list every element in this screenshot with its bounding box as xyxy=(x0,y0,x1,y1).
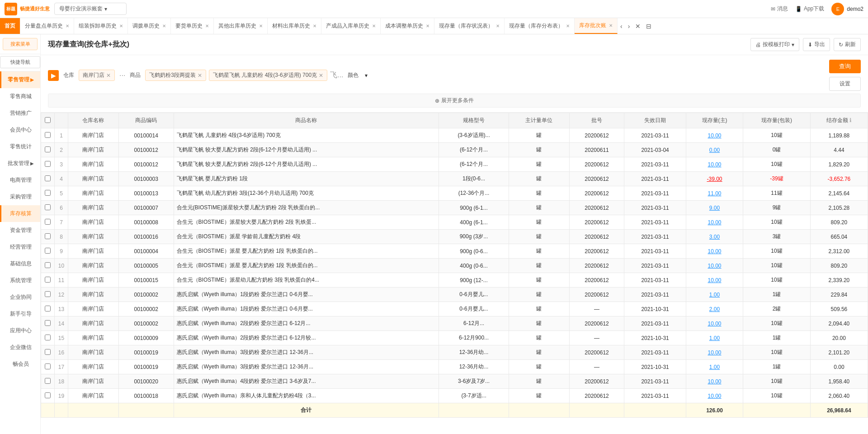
tab-tiao-bo[interactable]: 调拨单历史 ✕ xyxy=(128,18,171,34)
row-checkbox[interactable] xyxy=(45,233,51,239)
user-area[interactable]: E demo2 xyxy=(831,3,863,15)
row-stock-main[interactable]: 10.00 xyxy=(686,157,743,172)
row-checkbox[interactable] xyxy=(45,306,51,311)
row-stock-main[interactable]: 10.00 xyxy=(686,374,743,389)
sidebar-item-member[interactable]: 会员中心 xyxy=(0,122,40,138)
tab-zu-chai[interactable]: 组装拆卸单历史 ✕ xyxy=(74,18,128,34)
row-stock-main[interactable]: -39.00 xyxy=(686,172,743,186)
row-checkbox-cell[interactable] xyxy=(41,331,55,345)
sidebar-item-vip[interactable]: 畅会员 xyxy=(0,356,40,373)
row-checkbox-cell[interactable] xyxy=(41,360,55,374)
row-checkbox-cell[interactable] xyxy=(41,230,55,244)
company-selector[interactable]: 母婴行业演示账套 ▾ xyxy=(54,3,127,15)
row-checkbox-cell[interactable] xyxy=(41,273,55,288)
tab-cailiao[interactable]: 材料出库单历史 ✕ xyxy=(268,18,321,34)
app-download-btn[interactable]: 📱 App下载 xyxy=(795,5,824,13)
row-checkbox-cell[interactable] xyxy=(41,215,55,230)
quick-nav-btn[interactable]: 快捷导航 xyxy=(0,56,40,68)
close-icon[interactable]: ✕ xyxy=(313,24,316,28)
row-stock-main[interactable]: 1.00 xyxy=(686,288,743,302)
tab-home[interactable]: 首页 xyxy=(0,18,20,34)
row-checkbox[interactable] xyxy=(45,190,51,196)
sidebar-item-retail-mgmt[interactable]: 零售管理 ▶ xyxy=(0,71,40,88)
product-more-label[interactable]: 飞... xyxy=(330,71,343,80)
search-menu-btn[interactable]: 搜索菜单 xyxy=(3,38,38,50)
close-icon[interactable]: ✕ xyxy=(426,24,429,28)
row-stock-main[interactable]: 10.00 xyxy=(686,244,743,259)
setting-btn[interactable]: 设置 xyxy=(829,77,861,91)
row-checkbox[interactable] xyxy=(45,277,51,283)
close-icon[interactable]: ✕ xyxy=(119,24,123,28)
close-icon[interactable]: ✕ xyxy=(162,24,166,28)
remove-product-1-btn[interactable]: ✕ xyxy=(198,72,202,79)
row-checkbox[interactable] xyxy=(45,320,51,326)
tab-xianzai-fenbpei[interactable]: 现存量（库存分布表） ✕ xyxy=(505,18,575,34)
sidebar-item-operations[interactable]: 经营管理 xyxy=(0,239,40,255)
row-stock-main[interactable]: 10.00 xyxy=(686,273,743,288)
sidebar-item-guide[interactable]: 新手引导 xyxy=(0,306,40,322)
sidebar-item-enterprise-wechat[interactable]: 企业微信 xyxy=(0,339,40,356)
row-checkbox[interactable] xyxy=(45,132,51,138)
row-checkbox-cell[interactable] xyxy=(41,259,55,273)
row-checkbox-cell[interactable] xyxy=(41,345,55,360)
row-checkbox-cell[interactable] xyxy=(41,389,55,403)
row-checkbox-cell[interactable] xyxy=(41,316,55,331)
row-checkbox-cell[interactable] xyxy=(41,302,55,316)
row-checkbox-cell[interactable] xyxy=(41,128,55,143)
product-tag-1[interactable]: 飞鹤奶粉3段两提装 ✕ xyxy=(145,70,206,81)
row-stock-main[interactable]: 10.00 xyxy=(686,259,743,273)
close-icon[interactable]: ✕ xyxy=(372,24,376,28)
row-stock-main[interactable]: 1.00 xyxy=(686,360,743,374)
sidebar-item-enterprise[interactable]: 企业协同 xyxy=(0,289,40,306)
tab-current[interactable]: 库存批次账 ✕ xyxy=(575,18,618,34)
row-checkbox[interactable] xyxy=(45,262,51,268)
row-checkbox[interactable] xyxy=(45,349,51,355)
message-btn[interactable]: ✉ 消息 xyxy=(771,5,788,13)
row-checkbox[interactable] xyxy=(45,392,51,398)
row-stock-main[interactable]: 10.00 xyxy=(686,345,743,360)
sidebar-item-marketing[interactable]: 营销推广 xyxy=(0,105,40,122)
sidebar-item-inventory[interactable]: 库存核算 xyxy=(0,205,40,222)
remove-product-2-btn[interactable]: ✕ xyxy=(319,72,323,79)
sidebar-item-finance[interactable]: 资金管理 xyxy=(0,222,40,239)
row-stock-main[interactable]: 9.00 xyxy=(686,201,743,215)
row-checkbox[interactable] xyxy=(45,363,51,369)
row-checkbox[interactable] xyxy=(45,219,51,225)
row-stock-main[interactable]: 0.00 xyxy=(686,143,743,157)
sidebar-item-ecommerce[interactable]: 电商管理 xyxy=(0,172,40,189)
row-checkbox-cell[interactable] xyxy=(41,157,55,172)
row-stock-main[interactable]: 2.00 xyxy=(686,302,743,316)
remove-warehouse-btn[interactable]: ✕ xyxy=(106,72,111,79)
row-stock-main[interactable]: 10.00 xyxy=(686,316,743,331)
sidebar-item-retail-stats[interactable]: 零售统计 xyxy=(0,138,40,155)
expand-more-btn[interactable]: ⊕ 展开更多条件 xyxy=(48,94,861,108)
sidebar-item-wholesale[interactable]: 批发管理 ▶ xyxy=(0,155,40,172)
row-checkbox[interactable] xyxy=(45,175,51,181)
close-icon[interactable]: ✕ xyxy=(205,24,209,28)
row-checkbox[interactable] xyxy=(45,146,51,152)
warehouse-filter-tag[interactable]: 南岸门店 ✕ xyxy=(79,70,115,81)
tab-close-all-btn[interactable]: ✕ xyxy=(632,23,643,30)
tab-next-btn[interactable]: › xyxy=(625,23,633,30)
row-checkbox[interactable] xyxy=(45,204,51,210)
select-all-checkbox[interactable] xyxy=(45,117,51,123)
row-checkbox-cell[interactable] xyxy=(41,186,55,201)
row-checkbox-cell[interactable] xyxy=(41,143,55,157)
row-checkbox-cell[interactable] xyxy=(41,244,55,259)
row-checkbox[interactable] xyxy=(45,291,51,297)
row-stock-main[interactable]: 10.00 xyxy=(686,215,743,230)
tab-prev-btn[interactable]: ‹ xyxy=(618,23,625,30)
close-icon[interactable]: ✕ xyxy=(66,24,69,28)
refresh-btn[interactable]: ↻ 刷新 xyxy=(834,38,861,51)
tab-fen-pan[interactable]: 分量盘点单历史 ✕ xyxy=(20,18,74,34)
row-checkbox-cell[interactable] xyxy=(41,201,55,215)
tab-qita-chu[interactable]: 其他出库单历史 ✕ xyxy=(214,18,268,34)
close-icon[interactable]: ✕ xyxy=(609,23,613,28)
row-checkbox[interactable] xyxy=(45,248,51,254)
close-icon[interactable]: ✕ xyxy=(566,24,570,28)
color-dropdown-btn[interactable]: ▾ xyxy=(365,72,368,79)
row-checkbox[interactable] xyxy=(45,161,51,167)
tab-chengben[interactable]: 成本调整单历史 ✕ xyxy=(381,18,434,34)
product-tag-2[interactable]: 飞鹤星飞帆 儿童奶粉 4段(3-6岁适用) 700克 ✕ xyxy=(209,70,327,81)
tab-xianzai-kucun[interactable]: 现存量（库存状况表） ✕ xyxy=(434,18,505,34)
